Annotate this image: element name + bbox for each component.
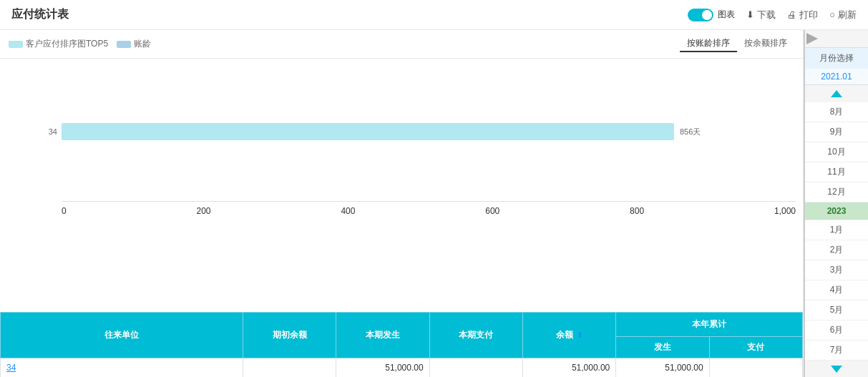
chart-canvas: 34 856天 0 200 400 600 800 [36,66,796,252]
chart-toggle-wrapper[interactable]: 图表 [688,9,735,21]
legend-label-2: 账龄 [134,38,151,50]
legend-color-2 [117,41,131,48]
legend-color-1 [9,41,23,48]
chevron-right-icon [806,33,818,44]
bar-fill-0 [62,123,674,140]
x-label-200: 200 [197,206,211,216]
x-label-800: 800 [630,206,644,216]
chart-section: 客户应付排序图TOP5 账龄 按账龄排序 按余额排序 [0,30,804,377]
refresh-icon: ○ [829,9,835,20]
cell-period-occur-0: 51,000.00 [336,358,429,378]
table-section: 往来单位 期初余额 本期发生 本期支付 余额 ⬆ 本年累计 发生 [0,312,803,377]
x-axis-labels: 0 200 400 600 800 1,000 [62,206,796,216]
sidebar-month-item-4[interactable]: 12月 [805,182,868,202]
sidebar-header-label: 月份选择 [819,52,854,64]
col-header-ytd-occur: 发生 [616,337,709,358]
sidebar-month-item-9[interactable]: 4月 [805,280,868,300]
cell-ytd-pay-0 [709,358,802,378]
arrow-up-icon [831,90,842,97]
bar-end-label-0: 856天 [680,127,701,137]
cell-opening-0 [243,358,336,378]
unit-link-0[interactable]: 34 [6,363,16,373]
sort-by-balance-btn[interactable]: 按余额排序 [737,36,794,52]
right-sidebar: 月份选择 8月9月10月11月12月20231月2月3月4月5月6月7月 [804,30,868,377]
sidebar-month-item-12[interactable]: 7月 [805,341,868,361]
table-row: 34 51,000.00 51,000.00 51,000.00 [1,358,803,378]
sidebar-month-item-5[interactable]: 2023 [805,202,868,220]
cell-period-pay-0 [429,358,522,378]
col-header-ytd-pay: 支付 [709,337,802,358]
bar-label-0: 34 [36,127,57,136]
balance-sort-icon: ⬆ [577,331,582,339]
print-label: 打印 [799,9,818,21]
bar-row-0: 34 856天 [36,123,796,140]
header-actions: 图表 ⬇ 下载 🖨 打印 ○ 刷新 [688,9,857,21]
x-axis-line [62,201,796,202]
chart-label: 图表 [718,9,735,21]
download-button[interactable]: ⬇ 下载 [746,9,776,21]
sidebar-header: 月份选择 [805,48,868,69]
col-header-unit: 往来单位 [1,313,243,358]
sidebar-expand-btn[interactable] [805,30,868,48]
data-table: 往来单位 期初余额 本期发生 本期支付 余额 ⬆ 本年累计 发生 [0,312,803,377]
chart-toggle[interactable] [688,9,713,21]
content-area: 客户应付排序图TOP5 账龄 按账龄排序 按余额排序 [0,30,868,377]
print-icon: 🖨 [787,9,796,20]
refresh-label: 刷新 [838,9,857,21]
sidebar-month-item-0[interactable]: 8月 [805,102,868,122]
col-header-ytd: 本年累计 [616,313,803,337]
sidebar-month-item-11[interactable]: 6月 [805,320,868,341]
cell-ytd-occur-0: 51,000.00 [616,358,709,378]
legend-item-1: 客户应付排序图TOP5 [9,38,108,50]
x-label-1000: 1,000 [774,206,796,216]
sidebar-nav-down-btn[interactable] [805,361,868,377]
chart-legend: 客户应付排序图TOP5 账龄 [9,38,151,50]
x-label-400: 400 [341,206,355,216]
col-header-opening: 期初余额 [243,313,336,358]
arrow-down-icon [831,366,842,373]
download-label: 下载 [757,9,776,21]
sidebar-month-item-8[interactable]: 3月 [805,260,868,280]
page-title: 应付统计表 [11,7,69,22]
sidebar-year-input[interactable] [805,69,868,85]
cell-unit-0: 34 [1,358,243,378]
chart-toolbar: 客户应付排序图TOP5 账龄 按账龄排序 按余额排序 [0,30,803,59]
page-header: 应付统计表 图表 ⬇ 下载 🖨 打印 ○ 刷新 [0,0,868,30]
download-icon: ⬇ [746,9,754,20]
cell-balance-0: 51,000.00 [522,358,615,378]
chart-sort-buttons: 按账龄排序 按余额排序 [680,36,794,52]
legend-label-1: 客户应付排序图TOP5 [26,38,108,50]
bar-chart: 34 856天 0 200 400 600 800 [36,66,796,223]
col-header-period-pay: 本期支付 [429,313,522,358]
sidebar-month-list: 8月9月10月11月12月20231月2月3月4月5月6月7月 [805,102,868,361]
sidebar-month-item-7[interactable]: 2月 [805,240,868,260]
print-button[interactable]: 🖨 打印 [787,9,818,21]
legend-item-2: 账龄 [117,38,151,50]
col-header-balance: 余额 ⬆ [522,313,615,358]
sidebar-month-item-1[interactable]: 9月 [805,122,868,142]
refresh-button[interactable]: ○ 刷新 [829,9,857,21]
chart-area: 34 856天 0 200 400 600 800 [0,59,803,309]
sort-by-account-btn[interactable]: 按账龄排序 [680,36,737,52]
col-header-period-occur: 本期发生 [336,313,429,358]
sidebar-month-item-6[interactable]: 1月 [805,220,868,240]
x-label-600: 600 [485,206,499,216]
sidebar-month-item-10[interactable]: 5月 [805,300,868,320]
sidebar-nav-up-btn[interactable] [805,85,868,102]
sidebar-month-item-2[interactable]: 10月 [805,142,868,162]
sidebar-month-item-3[interactable]: 11月 [805,162,868,182]
x-label-0: 0 [62,206,67,216]
